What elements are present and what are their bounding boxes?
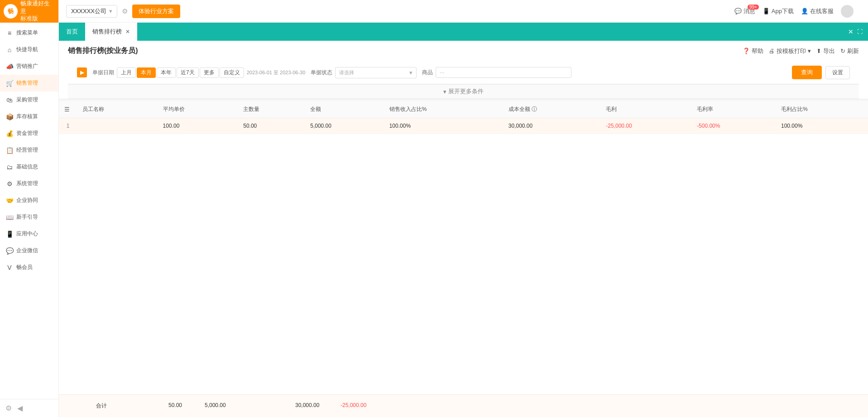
cell-profit-pct: 100.00% xyxy=(776,118,868,134)
print-dropdown-icon: ▾ xyxy=(808,48,811,54)
tab-home[interactable]: 首页 xyxy=(59,23,85,41)
sidebar: 畅 畅康通好生意 标准版 ≡ 搜索菜单 ⌂ 快捷导航 📣 营销推广 🛒 销售管理… xyxy=(0,0,59,417)
app-download-btn[interactable]: 📱 App下载 xyxy=(762,7,794,15)
footer-qty: 50.00 xyxy=(163,399,199,412)
page-title-row: 销售排行榜(按业务员) ❓ 帮助 🖨 按模板打印 ▾ ⬆ 导出 xyxy=(68,46,859,56)
goods-select[interactable]: ··· xyxy=(436,67,571,78)
date-range-display: 2023-06-01 至 2023-06-30 xyxy=(247,69,306,76)
col-cost: 成本全额 ⓘ xyxy=(503,101,600,118)
date-btn-this-month[interactable]: 本月 xyxy=(137,67,156,78)
sidebar-item-finance[interactable]: 💰 资金管理 xyxy=(0,125,58,142)
tab-expand-icon[interactable]: ⛶ xyxy=(857,29,863,35)
col-settings[interactable]: ☰ xyxy=(59,101,77,118)
date-btn-last-month[interactable]: 上月 xyxy=(117,67,136,78)
refresh-btn[interactable]: ↻ 刷新 xyxy=(840,47,859,55)
page-actions: ❓ 帮助 🖨 按模板打印 ▾ ⬆ 导出 ↻ 刷新 xyxy=(743,47,859,55)
date-filter-group: 单据日期 上月 本月 本年 近7天 更多 自定义 2023-06-01 至 20… xyxy=(92,67,305,78)
setting-button[interactable]: 设置 xyxy=(825,66,850,79)
cell-rank: 1 xyxy=(59,118,77,134)
management-icon: 📋 xyxy=(5,147,14,154)
filter-expand-arrow[interactable]: ▶ xyxy=(77,67,87,77)
sidebar-item-search[interactable]: ≡ 搜索菜单 xyxy=(0,24,58,41)
date-btn-this-year[interactable]: 本年 xyxy=(157,67,176,78)
sidebar-nav: ≡ 搜索菜单 ⌂ 快捷导航 📣 营销推广 🛒 销售管理 🛍 采购管理 📦 库存核… xyxy=(0,23,58,399)
trial-button[interactable]: 体验行业方案 xyxy=(132,5,180,18)
sidebar-item-sales[interactable]: 🛒 销售管理 xyxy=(0,75,58,91)
footer-empty xyxy=(59,399,77,412)
main-area: XXXXXX公司 ▾ ⚙ 体验行业方案 💬 消息 99+ 📱 App下载 👤 在… xyxy=(59,0,868,417)
goods-filter-group: 商品 ··· xyxy=(422,67,571,78)
sidebar-item-basic[interactable]: 🗂 基础信息 xyxy=(0,158,58,175)
settings-topbar-icon[interactable]: ⚙ xyxy=(122,7,128,15)
sidebar-item-quicknav[interactable]: ⌂ 快捷导航 xyxy=(0,41,58,58)
query-button[interactable]: 查询 xyxy=(792,66,822,79)
print-icon: 🖨 xyxy=(769,48,775,54)
date-btn-more[interactable]: 更多 xyxy=(200,67,219,78)
collab-icon: 🤝 xyxy=(5,197,14,204)
print-btn[interactable]: 🖨 按模板打印 ▾ xyxy=(769,47,811,55)
user-avatar[interactable] xyxy=(841,5,854,18)
footer-pct-empty xyxy=(245,399,290,412)
sidebar-item-management[interactable]: 📋 经营管理 xyxy=(0,142,58,158)
page-content: 销售排行榜(按业务员) ❓ 帮助 🖨 按模板打印 ▾ ⬆ 导出 xyxy=(59,41,868,417)
inventory-icon: 📦 xyxy=(5,113,14,120)
sidebar-item-inventory[interactable]: 📦 库存核算 xyxy=(0,108,58,125)
online-service-btn[interactable]: 👤 在线客服 xyxy=(801,7,834,15)
sidebar-item-guide[interactable]: 📖 新手引导 xyxy=(0,209,58,225)
home-icon: ⌂ xyxy=(5,46,14,53)
data-table: ☰ 员工名称 平均单价 主数量 全额 销售收入占比% 成本全额 ⓘ 毛利 毛利率… xyxy=(59,101,868,134)
date-btn-custom[interactable]: 自定义 xyxy=(220,67,244,78)
guide-icon: 📖 xyxy=(5,214,14,221)
status-select-arrow: ▾ xyxy=(409,69,412,76)
cell-avg-price: 100.00 xyxy=(158,118,238,134)
tab-sales-rank[interactable]: 销售排行榜 ✕ xyxy=(85,23,137,41)
message-btn[interactable]: 💬 消息 99+ xyxy=(734,7,755,15)
status-select[interactable]: 请选择 ▾ xyxy=(335,67,417,78)
sidebar-item-purchase[interactable]: 🛍 采购管理 xyxy=(0,91,58,108)
goods-filter-label: 商品 xyxy=(422,69,433,77)
company-selector[interactable]: XXXXXX公司 ▾ xyxy=(66,5,117,18)
page-title: 销售排行榜(按业务员) xyxy=(68,46,138,56)
footer-row: 合计 50.00 5,000.00 30,000.00 -25,000.00 xyxy=(59,399,868,412)
export-btn[interactable]: ⬆ 导出 xyxy=(816,47,835,55)
collapse-sidebar-icon[interactable]: ◀ xyxy=(17,404,23,412)
sidebar-logo: 畅 畅康通好生意 标准版 xyxy=(0,0,58,23)
marketing-icon: 📣 xyxy=(5,63,14,70)
date-filter-label: 单据日期 xyxy=(92,69,114,77)
filter-bar: ▶ 单据日期 上月 本月 本年 近7天 更多 自定义 2023-06-01 至 … xyxy=(68,61,859,84)
col-profit-pct: 毛利占比% xyxy=(776,101,868,118)
expand-more-btn[interactable]: ▾ 展开更多条件 xyxy=(443,87,484,96)
sidebar-item-marketing[interactable]: 📣 营销推广 xyxy=(0,58,58,75)
tab-close-window-icon[interactable]: ✕ xyxy=(848,28,854,35)
sidebar-item-collab[interactable]: 🤝 企业协同 xyxy=(0,192,58,209)
cell-name xyxy=(77,118,158,134)
expand-icon: ▾ xyxy=(443,88,446,95)
sales-icon: 🛒 xyxy=(5,80,14,87)
date-btn-last-7days[interactable]: 近7天 xyxy=(177,67,199,78)
col-qty: 主数量 xyxy=(238,101,305,118)
sidebar-item-apps[interactable]: 📱 应用中心 xyxy=(0,225,58,242)
footer-label: 合计 xyxy=(91,399,163,412)
date-btn-group: 上月 本月 本年 近7天 更多 自定义 xyxy=(117,67,244,78)
tab-close-icon[interactable]: ✕ xyxy=(125,29,130,35)
sidebar-item-system[interactable]: ⚙ 系统管理 xyxy=(0,175,58,192)
settings-gear-icon[interactable]: ⚙ xyxy=(5,404,12,412)
cell-profit-rate: -500.00% xyxy=(691,118,776,134)
expand-more-row: ▾ 展开更多条件 xyxy=(68,84,859,99)
sidebar-footer: ⚙ ◀ xyxy=(0,399,58,417)
help-btn[interactable]: ❓ 帮助 xyxy=(743,47,763,55)
sidebar-item-wechat[interactable]: 💬 企业微信 xyxy=(0,242,58,259)
col-amount: 全额 xyxy=(305,101,384,118)
sidebar-item-vip[interactable]: V 畅会员 xyxy=(0,259,58,276)
table-row: 1 100.00 50.00 5,000.00 100.00% 30,000.0… xyxy=(59,118,868,134)
goods-more-icon: ··· xyxy=(440,69,444,76)
column-settings-icon[interactable]: ☰ xyxy=(64,106,70,113)
footer-rate-empty xyxy=(380,399,417,412)
finance-icon: 💰 xyxy=(5,130,14,137)
service-icon: 👤 xyxy=(801,8,808,14)
download-icon: 📱 xyxy=(762,8,770,14)
filter-action-btns: 查询 设置 xyxy=(792,66,850,79)
footer-empty2 xyxy=(77,399,91,412)
logo-icon: 畅 xyxy=(4,4,18,19)
refresh-icon: ↻ xyxy=(840,48,845,54)
